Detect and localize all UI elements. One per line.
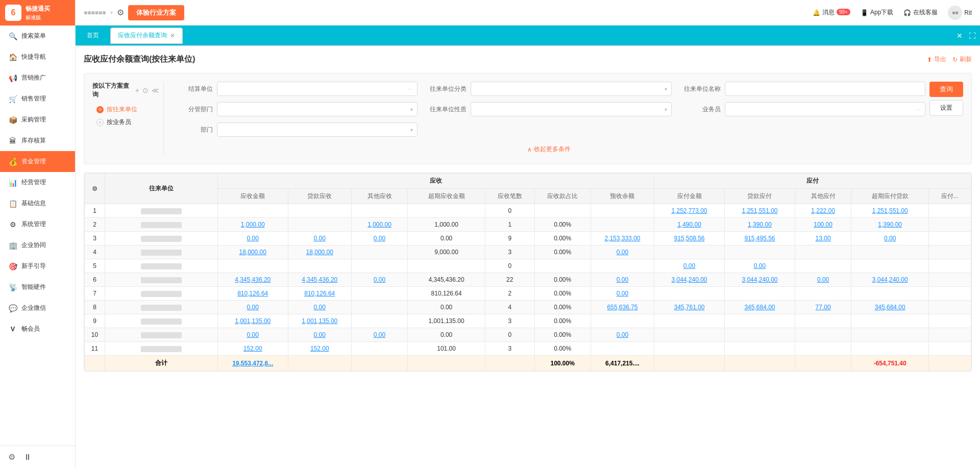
table-cell[interactable]: 0.00 xyxy=(851,232,929,245)
table-cell[interactable]: 1,001,135.00 xyxy=(288,314,351,328)
scheme-by-staff[interactable]: ○ 按业务员 xyxy=(92,116,159,129)
table-cell[interactable]: 0.00 xyxy=(724,259,795,273)
table-cell[interactable]: 4,345,436.20 xyxy=(288,273,351,287)
filter-field-jiesuan: 结算单位 ··· xyxy=(172,82,418,96)
table-cell[interactable]: 0.00 xyxy=(591,245,654,259)
table-cell[interactable]: 18,000.00 xyxy=(217,245,288,259)
table-cell[interactable]: 915,495.56 xyxy=(724,232,795,245)
sidebar-item-enterprise[interactable]: 🏢 企业协同 xyxy=(0,235,75,256)
table-cell[interactable]: 1,252,773.00 xyxy=(654,204,725,218)
sidebar-item-ops[interactable]: 📊 经营管理 xyxy=(0,172,75,193)
th-settings[interactable]: ⚙ xyxy=(85,174,105,204)
filter-input-name[interactable] xyxy=(725,82,925,96)
scheme-by-unit[interactable]: ⊙ 按往来单位 xyxy=(92,103,159,116)
table-cell[interactable]: 345,684.00 xyxy=(851,301,929,314)
sidebar-item-marketing[interactable]: 📢 营销推广 xyxy=(0,67,75,88)
table-cell[interactable]: 2,153,333.00 xyxy=(591,232,654,245)
tab-close-all-icon[interactable]: ✕ xyxy=(957,32,963,40)
sidebar-item-search-menu[interactable]: 🔍 搜索菜单 xyxy=(0,26,75,46)
table-cell[interactable]: 345,761.00 xyxy=(654,301,725,314)
table-cell[interactable]: 1,251,551.00 xyxy=(851,204,929,218)
sidebar-item-hardware[interactable]: 📡 智能硬件 xyxy=(0,277,75,298)
promo-button[interactable]: 体验行业方案 xyxy=(128,5,184,20)
table-cell[interactable]: 655,636.75 xyxy=(591,301,654,314)
table-cell[interactable]: 1,222.00 xyxy=(795,204,851,218)
settings-button[interactable]: 设置 xyxy=(929,100,963,116)
sidebar-item-guide[interactable]: 🎯 新手引导 xyxy=(0,256,75,277)
table-cell[interactable]: 0.00 xyxy=(591,273,654,287)
query-button[interactable]: 查询 xyxy=(929,82,963,97)
table-cell[interactable]: 0.00 xyxy=(591,287,654,301)
table-cell[interactable]: 100.00 xyxy=(795,218,851,232)
filter-input-staff[interactable]: ··· xyxy=(725,102,925,116)
table-cell[interactable]: 1,390.00 xyxy=(724,218,795,232)
table-cell[interactable]: 0.00 xyxy=(288,301,351,314)
table-cell[interactable]: 0.00 xyxy=(217,328,288,342)
table-cell[interactable]: 0.00 xyxy=(795,273,851,287)
filter-input-bumon[interactable]: ▾ xyxy=(217,122,418,137)
table-cell[interactable]: 345,684.00 xyxy=(724,301,795,314)
sidebar-item-sales[interactable]: 🛒 销售管理 xyxy=(0,88,75,109)
table-cell[interactable]: 810,126.64 xyxy=(217,287,288,301)
table-cell[interactable]: 4,345,436.20 xyxy=(217,273,288,287)
collapse-button[interactable]: ∧ 收起更多条件 xyxy=(172,143,925,156)
tab-close-icon[interactable]: ✕ xyxy=(170,32,175,39)
table-cell[interactable]: 152.00 xyxy=(288,342,351,356)
table-cell[interactable]: 0.00 xyxy=(217,232,288,245)
settings-gear-icon[interactable]: ⚙ xyxy=(8,452,15,462)
table-cell[interactable]: 152.00 xyxy=(217,342,288,356)
sidebar-item-system[interactable]: ⚙ 系统管理 xyxy=(0,214,75,235)
edit-scheme-icon[interactable]: ⊙ xyxy=(142,86,149,94)
filter-input-dept[interactable]: ▾ xyxy=(217,102,418,116)
table-cell[interactable]: 13.00 xyxy=(795,232,851,245)
table-cell[interactable]: 915,508.56 xyxy=(654,232,725,245)
table-cell[interactable]: 1,001,135.00 xyxy=(217,314,288,328)
header-gear-icon[interactable]: ⚙ xyxy=(117,8,124,17)
sidebar-item-inventory[interactable]: 🏛 库存核算 xyxy=(0,130,75,151)
add-scheme-icon[interactable]: + xyxy=(135,86,139,94)
sidebar-item-member[interactable]: V 畅会员 xyxy=(0,318,75,339)
tab-ar-ap[interactable]: 应收应付余额查询 ✕ xyxy=(110,28,183,44)
collapse-icon[interactable]: ⏸ xyxy=(23,453,32,462)
table-cell[interactable]: 77.00 xyxy=(795,301,851,314)
filter-input-jiesuan[interactable]: ··· xyxy=(217,82,418,96)
sidebar-item-quick-nav[interactable]: 🏠 快捷导航 xyxy=(0,46,75,67)
table-cell[interactable]: 0.00 xyxy=(351,273,407,287)
table-cell[interactable]: 3,044,240.00 xyxy=(851,273,929,287)
table-cell[interactable]: 1,000.00 xyxy=(217,218,288,232)
export-button[interactable]: ⬆ 导出 xyxy=(927,55,946,64)
sidebar-item-purchase[interactable]: 📦 采购管理 xyxy=(0,109,75,130)
avatar: ■■ xyxy=(948,6,962,20)
sidebar-item-basic-info[interactable]: 📋 基础信息 xyxy=(0,193,75,214)
table-cell[interactable]: 810,126.64 xyxy=(288,287,351,301)
table-cell[interactable]: 3,044,240.00 xyxy=(654,273,725,287)
table-cell[interactable]: 3,044,240.00 xyxy=(724,273,795,287)
tab-home[interactable]: 首页 xyxy=(80,28,106,44)
table-cell[interactable]: 1,490.00 xyxy=(654,218,725,232)
filter-input-category[interactable]: ▾ xyxy=(471,82,671,96)
table-cell[interactable]: 1,000.00 xyxy=(351,218,407,232)
table-settings-icon[interactable]: ⚙ xyxy=(92,185,97,192)
user-area[interactable]: ■■ Rit xyxy=(948,6,972,20)
table-cell[interactable]: 0.00 xyxy=(654,259,725,273)
guide-icon: 🎯 xyxy=(8,262,17,270)
table-cell[interactable]: 0.00 xyxy=(288,232,351,245)
table-cell[interactable]: 0.00 xyxy=(217,301,288,314)
table-cell[interactable]: 18,000.00 xyxy=(288,245,351,259)
sidebar-item-wechat[interactable]: 💬 企业微信 xyxy=(0,298,75,318)
table-cell[interactable]: 0.00 xyxy=(591,328,654,342)
table-cell[interactable]: 1,251,551.00 xyxy=(724,204,795,218)
online-service-item[interactable]: 🎧 在线客服 xyxy=(903,8,938,17)
notification-item[interactable]: 🔔 消息 99+ xyxy=(813,8,850,17)
app-download-item[interactable]: 📱 App下载 xyxy=(861,8,893,17)
sidebar-item-capital[interactable]: 💰 资金管理 xyxy=(0,151,75,172)
table-cell[interactable]: 0.00 xyxy=(351,328,407,342)
table-cell[interactable]: 0.00 xyxy=(288,328,351,342)
logo-icon: 6 xyxy=(5,5,21,21)
refresh-button[interactable]: ↻ 刷新 xyxy=(952,55,972,64)
table-cell[interactable]: 1,390.00 xyxy=(851,218,929,232)
table-cell[interactable]: 0.00 xyxy=(351,232,407,245)
collapse-scheme-icon[interactable]: ≪ xyxy=(152,86,159,94)
tab-expand-icon[interactable]: ⛶ xyxy=(969,32,976,40)
filter-input-nature[interactable]: ▾ xyxy=(471,102,671,116)
